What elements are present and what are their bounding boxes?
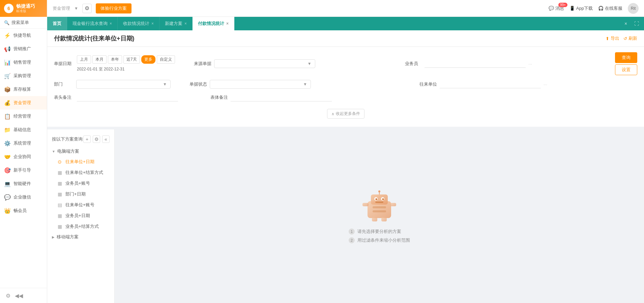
scheme-item-dept-date[interactable]: ▦ 部门+日期 xyxy=(47,189,114,200)
sidebar-item-newbie[interactable]: 🎯 新手引导 xyxy=(0,163,47,177)
query-btn[interactable]: 查询 xyxy=(615,52,637,63)
mobile-scheme-group: ▶ 移动端方案 xyxy=(47,232,114,242)
dept-select[interactable]: ▼ xyxy=(76,80,171,89)
header-note-input[interactable] xyxy=(77,93,178,101)
svg-rect-10 xyxy=(390,203,396,206)
tab-collection-stat[interactable]: 收款情况统计 × xyxy=(118,17,159,30)
sidebar-item-company[interactable]: 🤝 企业协同 xyxy=(0,150,47,163)
wechat-icon: 💬 xyxy=(4,194,11,201)
collapse-sidebar-icon[interactable]: ◀◀ xyxy=(15,292,23,300)
export-btn[interactable]: ⬆ 导出 xyxy=(606,35,619,41)
scheme-icon-partner-date: ⊙ xyxy=(57,159,63,165)
newbie-label: 新手引导 xyxy=(13,167,31,173)
empty-tip-1: 1 请先选择要分析的方案 xyxy=(349,229,410,235)
scheme-item-partner-account[interactable]: ▤ 往来单位+账号 xyxy=(47,200,114,210)
sidebar-item-quick-nav[interactable]: ⚡ 快捷导航 xyxy=(0,29,47,42)
logo-sub: 标准版 xyxy=(16,9,35,13)
tab-payment-stat[interactable]: 付款情况统计 × xyxy=(193,17,234,30)
tab-bank-flow-close[interactable]: × xyxy=(110,22,112,26)
tab-new-scheme-close[interactable]: × xyxy=(184,22,187,26)
avatar[interactable]: Rit xyxy=(628,3,639,14)
query-actions: 查询 设置 xyxy=(615,52,637,75)
refresh-label: 刷新 xyxy=(628,35,637,41)
date-btn-this-month[interactable]: 本月 xyxy=(92,55,107,64)
trial-btn[interactable]: 体验行业方案 xyxy=(96,3,131,13)
partner-more-btn[interactable]: ··· xyxy=(544,82,547,87)
partner-input[interactable] xyxy=(440,80,541,88)
sidebar-item-basic[interactable]: 📁 基础信息 xyxy=(0,123,47,137)
main-body: 按以下方案查询 + ⚙ « ▼ 电脑端方案 ⊙ 往来单位+日期 xyxy=(47,129,644,303)
body-note-label: 表体备注 xyxy=(210,94,228,100)
source-select[interactable]: ▼ xyxy=(214,59,315,68)
sidebar-item-marketing[interactable]: 📢 营销推广 xyxy=(0,42,47,56)
refresh-btn[interactable]: ↺ 刷新 xyxy=(623,35,637,41)
purchase-icon: 🛒 xyxy=(4,72,11,79)
sidebar-item-inventory[interactable]: 📦 库存核算 xyxy=(0,83,47,96)
sidebar: 6 畅捷通巧 标准版 🔍 搜索菜单 ⚡ 快捷导航 📢 营销推广 📊 销售管理 🛒… xyxy=(0,0,47,303)
sidebar-item-wechat[interactable]: 💬 企业微信 xyxy=(0,190,47,204)
tab-new-scheme[interactable]: 新建方案 × xyxy=(159,17,193,30)
sidebar-item-sales[interactable]: 📊 销售管理 xyxy=(0,56,47,69)
add-scheme-btn[interactable]: + xyxy=(83,135,91,143)
salesman-input[interactable] xyxy=(425,60,526,68)
svg-rect-8 xyxy=(375,202,383,203)
quick-nav-label: 快捷导航 xyxy=(13,32,31,38)
message-btn[interactable]: 💬 消息 99+ xyxy=(549,5,564,11)
scheme-label-salesman-date: 业务员+日期 xyxy=(65,213,90,219)
marketing-label: 营销推广 xyxy=(13,46,31,52)
scheme-item-partner-settlement[interactable]: ▦ 往来单位+结算方式 xyxy=(47,167,114,178)
svg-point-5 xyxy=(382,198,384,200)
tip-num-2: 2 xyxy=(349,237,355,243)
settings-bottom-icon[interactable]: ⚙ xyxy=(4,292,12,300)
svg-point-4 xyxy=(376,198,377,200)
filter-settings-btn[interactable]: 设置 xyxy=(615,64,637,75)
app-download-btn[interactable]: 📱 App下载 xyxy=(569,5,593,11)
breadcrumb-text: 资金管理 xyxy=(53,5,70,11)
sidebar-item-hardware[interactable]: 💻 智能硬件 xyxy=(0,177,47,190)
sidebar-item-member[interactable]: 👑 畅会员 xyxy=(0,204,47,217)
tab-home[interactable]: 首页 xyxy=(47,17,67,30)
sidebar-item-purchase[interactable]: 🛒 采购管理 xyxy=(0,69,47,83)
basic-label: 基础信息 xyxy=(13,127,31,133)
body-note-filter: 表体备注 xyxy=(210,93,637,101)
scheme-label-dept-date: 部门+日期 xyxy=(65,191,86,197)
member-label: 畅会员 xyxy=(13,208,27,214)
body-note-input[interactable] xyxy=(231,93,332,101)
date-btn-7days[interactable]: 近7天 xyxy=(123,55,140,64)
online-service-btn[interactable]: 🎧 在线客服 xyxy=(598,5,622,11)
hardware-icon: 💻 xyxy=(4,180,11,187)
filter-row-2: 部门 ▼ 单据状态 ▼ 往来单位 ··· xyxy=(54,80,637,89)
empty-state: 1 请先选择要分析的方案 2 用过滤条件来缩小分析范围 xyxy=(349,189,410,243)
scheme-item-salesman-date[interactable]: ▦ 业务员+日期 xyxy=(47,210,114,221)
status-select[interactable]: ▼ xyxy=(210,80,311,89)
sidebar-item-capital[interactable]: 💰 资金管理 xyxy=(0,96,47,110)
date-btn-this-year[interactable]: 本年 xyxy=(108,55,122,64)
salesman-more-btn[interactable]: ··· xyxy=(528,61,532,66)
collapse-btn[interactable]: ∧ 收起更多条件 xyxy=(327,109,364,119)
tab-collection-stat-close[interactable]: × xyxy=(151,22,154,26)
right-content: 1 请先选择要分析的方案 2 用过滤条件来缩小分析范围 xyxy=(115,129,644,303)
tab-payment-stat-close[interactable]: × xyxy=(226,22,229,26)
search-menu[interactable]: 🔍 搜索菜单 xyxy=(0,17,47,29)
pc-group-header[interactable]: ▼ 电脑端方案 xyxy=(47,146,114,156)
tab-close-all-btn[interactable]: × xyxy=(621,19,631,28)
tab-payment-stat-label: 付款情况统计 xyxy=(198,21,224,27)
collapse-panel-btn[interactable]: « xyxy=(102,135,110,143)
date-btn-last-month[interactable]: 上月 xyxy=(77,55,91,64)
mobile-group-header[interactable]: ▶ 移动端方案 xyxy=(47,232,114,242)
header-settings-btn[interactable]: ⚙ xyxy=(82,4,92,13)
scheme-item-salesman-account[interactable]: ▦ 业务员+账号 xyxy=(47,178,114,189)
tab-actions: × ⛶ xyxy=(621,17,644,30)
app-icon: 📱 xyxy=(569,6,575,11)
pc-scheme-group: ▼ 电脑端方案 ⊙ 往来单位+日期 ▦ 往来单位+结算方式 ▦ 业务员+账号 xyxy=(47,146,114,232)
tab-bank-flow[interactable]: 现金银行流水查询 × xyxy=(67,17,118,30)
date-range-display: 2022-01-01 至 2022-12-31 xyxy=(77,66,175,72)
sidebar-item-management[interactable]: 📋 经营管理 xyxy=(0,110,47,123)
scheme-item-partner-date[interactable]: ⊙ 往来单位+日期 xyxy=(47,156,114,167)
tab-maximize-btn[interactable]: ⛶ xyxy=(632,19,641,28)
sidebar-item-system[interactable]: ⚙️ 系统管理 xyxy=(0,137,47,150)
date-btn-more[interactable]: 更多 xyxy=(141,55,155,64)
date-btn-custom[interactable]: 自定义 xyxy=(157,55,175,64)
scheme-settings-btn[interactable]: ⚙ xyxy=(93,135,100,143)
scheme-item-salesman-settlement[interactable]: ▦ 业务员+结算方式 xyxy=(47,221,114,232)
